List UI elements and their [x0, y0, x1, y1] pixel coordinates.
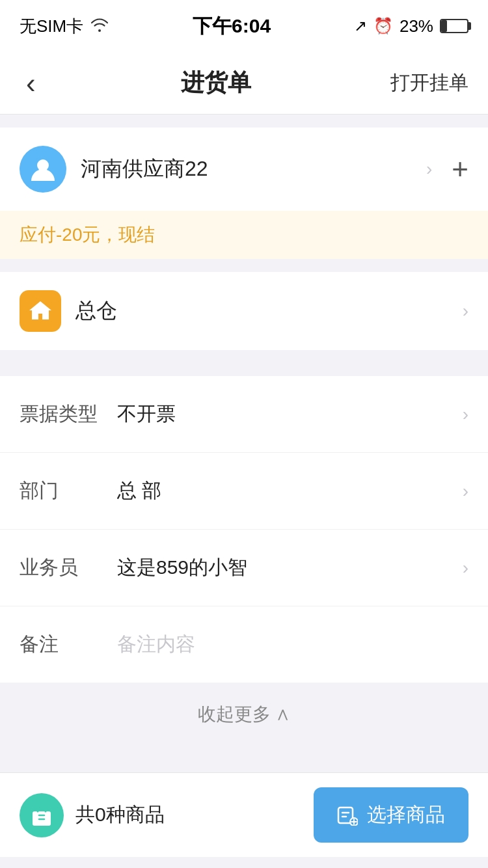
warehouse-row[interactable]: 总仓 › — [0, 272, 488, 350]
section-gap-4 — [0, 746, 488, 759]
collapse-button[interactable]: 收起更多 ∧ — [0, 683, 488, 746]
supplier-chevron: › — [426, 159, 432, 180]
goods-bag-icon — [29, 802, 55, 828]
dept-row[interactable]: 部门 总 部 › — [0, 453, 488, 530]
sales-value: 这是859的小智 — [117, 554, 463, 581]
notice-text: 应付-20元，现结 — [20, 224, 155, 245]
open-pending-button[interactable]: 打开挂单 — [390, 70, 468, 96]
sales-chevron: › — [463, 558, 468, 578]
status-bar: 无SIM卡 下午6:04 ↗ ⏰ 23% — [0, 0, 488, 52]
warehouse-name: 总仓 — [75, 297, 463, 325]
invoice-chevron: › — [463, 404, 468, 425]
status-right: ↗ ⏰ 23% — [354, 16, 468, 36]
goods-count: 共0种商品 — [75, 802, 165, 828]
section-gap-3 — [0, 350, 488, 363]
section-gap-1 — [0, 115, 488, 128]
time-label: 下午6:04 — [193, 13, 271, 40]
status-left: 无SIM卡 — [20, 15, 109, 38]
warehouse-house-icon — [28, 299, 53, 323]
person-icon — [29, 155, 57, 183]
warehouse-icon-wrap — [20, 290, 61, 332]
carrier-label: 无SIM卡 — [20, 15, 83, 38]
invoice-label: 票据类型 — [20, 401, 111, 427]
supplier-section: 河南供应商22 › + 应付-20元，现结 — [0, 128, 488, 259]
notice-bar: 应付-20元，现结 — [0, 211, 488, 259]
collapse-label: 收起更多 ∧ — [198, 704, 291, 724]
select-goods-icon — [337, 805, 358, 826]
invoice-value: 不开票 — [117, 401, 463, 427]
sales-label: 业务员 — [20, 554, 111, 581]
warehouse-section: 总仓 › — [0, 272, 488, 350]
dept-chevron: › — [463, 481, 468, 502]
location-icon: ↗ — [354, 17, 367, 35]
remark-row[interactable]: 备注 备注内容 — [0, 606, 488, 683]
battery-bar — [440, 19, 468, 33]
warehouse-chevron: › — [463, 301, 468, 321]
sales-row[interactable]: 业务员 这是859的小智 › — [0, 530, 488, 606]
goods-icon-wrap — [20, 793, 64, 837]
section-gap-2 — [0, 259, 488, 272]
dept-label: 部门 — [20, 478, 111, 504]
wifi-icon — [90, 16, 109, 36]
remark-label: 备注 — [20, 631, 111, 658]
alarm-icon: ⏰ — [373, 17, 393, 35]
select-goods-button[interactable]: 选择商品 — [314, 787, 468, 843]
invoice-row[interactable]: 票据类型 不开票 › — [0, 376, 488, 453]
battery-percent: 23% — [400, 16, 433, 36]
page-title: 进货单 — [181, 67, 251, 99]
add-supplier-button[interactable]: + — [452, 155, 468, 183]
goods-info: 共0种商品 — [20, 793, 165, 837]
dept-value: 总 部 — [117, 478, 463, 504]
select-goods-label: 选择商品 — [367, 802, 445, 828]
bottom-bar: 共0种商品 选择商品 — [0, 772, 488, 857]
supplier-name: 河南供应商22 — [81, 155, 426, 183]
supplier-avatar — [20, 146, 66, 193]
back-button[interactable]: ‹ — [20, 61, 42, 106]
supplier-actions: › + — [426, 155, 468, 183]
remark-input[interactable]: 备注内容 — [117, 631, 468, 658]
form-section: 票据类型 不开票 › 部门 总 部 › 业务员 这是859的小智 › 备注 备注… — [0, 376, 488, 683]
nav-bar: ‹ 进货单 打开挂单 — [0, 52, 488, 115]
supplier-row[interactable]: 河南供应商22 › + — [0, 128, 488, 211]
gray-area — [0, 857, 488, 868]
